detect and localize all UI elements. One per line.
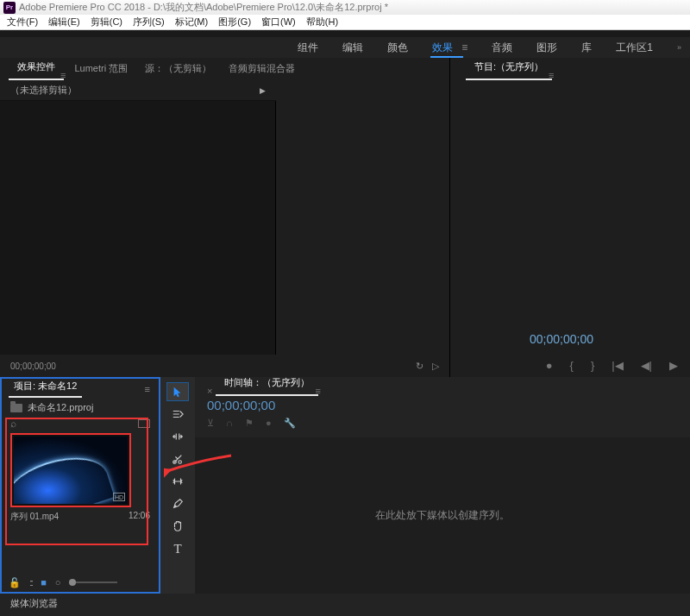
- menu-graphics[interactable]: 图形(G): [213, 16, 256, 28]
- timeline-timecode[interactable]: 00;00;00;00: [195, 396, 690, 414]
- no-clip-label: （未选择剪辑）: [10, 84, 77, 97]
- timeline-empty-message: 在此处放下媒体以创建序列。: [375, 508, 510, 523]
- workspace-switcher: 组件 编辑 颜色 效果 ≡ 音频 图形 库 工作区1 »: [0, 37, 690, 58]
- effect-controls-header: （未选择剪辑） ▶: [0, 80, 276, 101]
- project-panel: 项目: 未命名12 ≡ 未命名12.prproj ⌕ HD 序列 01.mp4 …: [0, 377, 160, 594]
- tab-lumetri-scopes[interactable]: Lumetri 范围: [66, 59, 136, 80]
- effect-controls-body: [0, 101, 449, 355]
- tools-panel: T: [160, 377, 195, 594]
- menu-window[interactable]: 窗口(W): [256, 16, 301, 28]
- zoom-slider[interactable]: [69, 581, 117, 583]
- project-footer: 🔓 ::: ■ ○: [2, 573, 159, 592]
- freeform-view-icon[interactable]: ○: [55, 577, 61, 588]
- svg-point-1: [179, 461, 182, 464]
- effect-timeline-column: [276, 101, 449, 355]
- project-file-row: 未命名12.prproj: [2, 398, 159, 418]
- app-menubar: 文件(F) 编辑(E) 剪辑(C) 序列(S) 标记(M) 图形(G) 窗口(W…: [0, 15, 690, 30]
- settings-dot-icon[interactable]: ●: [266, 418, 272, 429]
- workspace-overflow-icon[interactable]: »: [677, 43, 681, 52]
- timeline-drop-area[interactable]: 在此处放下媒体以创建序列。: [195, 437, 690, 594]
- menu-clip[interactable]: 剪辑(C): [85, 16, 128, 28]
- window-title: Adobe Premiere Pro CC 2018 - D:\我的文档\Ado…: [19, 1, 388, 14]
- tool-slip[interactable]: [166, 472, 189, 491]
- workspace-graphics[interactable]: 图形: [536, 41, 557, 55]
- tab-program[interactable]: 节目:（无序列）: [466, 57, 552, 80]
- goto-in-icon[interactable]: |◀: [612, 359, 623, 372]
- tool-ripple-edit[interactable]: [166, 427, 189, 446]
- add-marker-icon[interactable]: ●: [546, 359, 553, 372]
- tab-source-noclip[interactable]: 源：（无剪辑）: [136, 59, 220, 80]
- close-tab-icon[interactable]: ×: [207, 386, 212, 396]
- timeline-toolbar: ⊻ ∩ ⚑ ● 🔧: [195, 414, 690, 432]
- bottom-tab-row: 媒体浏览器: [0, 594, 690, 613]
- menu-marker[interactable]: 标记(M): [170, 16, 214, 28]
- window-titlebar: Pr Adobe Premiere Pro CC 2018 - D:\我的文档\…: [0, 0, 690, 15]
- menu-file[interactable]: 文件(F): [2, 16, 43, 28]
- workspace-audio[interactable]: 音频: [492, 41, 512, 55]
- workspace-custom1[interactable]: 工作区1: [616, 41, 653, 55]
- workspace-editing[interactable]: 编辑: [342, 41, 363, 55]
- menu-sequence[interactable]: 序列(S): [128, 16, 170, 28]
- program-timecode[interactable]: 00;00;00;00: [530, 332, 593, 346]
- workspace-effects[interactable]: 效果: [432, 41, 453, 55]
- icon-view-icon[interactable]: ■: [41, 577, 47, 588]
- tab-audio-clip-mixer[interactable]: 音频剪辑混合器: [220, 59, 304, 80]
- clip-preview-image: HD: [14, 437, 128, 504]
- mark-out-icon[interactable]: }: [591, 359, 594, 372]
- clip-format-badge: HD: [113, 493, 125, 501]
- program-panel: 节目:（无序列） ≡ 00;00;00;00 ● { } |◀ ◀| ▶: [450, 58, 690, 377]
- clip-thumbnail[interactable]: HD: [10, 433, 131, 507]
- project-menu-icon[interactable]: ≡: [145, 384, 150, 394]
- program-transport: ● { } |◀ ◀| ▶: [450, 353, 690, 377]
- loop-icon[interactable]: ↻: [416, 361, 423, 372]
- linked-selection-icon[interactable]: ∩: [226, 418, 233, 429]
- tab-effect-controls[interactable]: 效果控件: [9, 57, 64, 80]
- menu-help[interactable]: 帮助(H): [301, 16, 343, 28]
- tab-project[interactable]: 项目: 未命名12: [9, 377, 82, 398]
- timeline-panel: × 时间轴：（无序列） ≡ 00;00;00;00 ⊻ ∩ ⚑ ● 🔧 在此处放…: [195, 377, 690, 594]
- folder-icon: [10, 404, 22, 412]
- effect-properties-column: [0, 101, 276, 355]
- project-filename: 未命名12.prproj: [28, 401, 93, 414]
- export-frame-icon[interactable]: ▷: [432, 361, 439, 372]
- tool-hand[interactable]: [166, 517, 189, 536]
- program-monitor: 00;00;00;00: [450, 80, 690, 353]
- tab-timeline[interactable]: 时间轴：（无序列）: [216, 373, 318, 396]
- mark-in-icon[interactable]: {: [570, 359, 574, 372]
- workspace-color[interactable]: 颜色: [387, 41, 408, 55]
- marker-icon[interactable]: ⚑: [245, 418, 254, 429]
- tool-selection[interactable]: [166, 382, 189, 401]
- menu-edit[interactable]: 编辑(E): [43, 16, 85, 28]
- source-panel-group: 效果控件 ≡ Lumetri 范围 源：（无剪辑） 音频剪辑混合器 （未选择剪辑…: [0, 58, 450, 377]
- timeline-menu-icon[interactable]: ≡: [315, 386, 320, 396]
- tool-pen[interactable]: [166, 494, 189, 513]
- tool-track-select[interactable]: [166, 405, 189, 424]
- step-back-icon[interactable]: ◀|: [641, 359, 652, 372]
- dark-strip: [0, 30, 690, 37]
- write-lock-icon[interactable]: 🔓: [9, 577, 21, 588]
- program-menu-icon[interactable]: ≡: [549, 70, 554, 80]
- play-icon[interactable]: ▶: [260, 86, 266, 95]
- workspace-menu-icon[interactable]: ≡: [461, 41, 467, 53]
- source-timecode[interactable]: 00;00;00;00: [10, 361, 56, 371]
- play-button[interactable]: ▶: [669, 359, 678, 372]
- tool-type[interactable]: T: [166, 539, 189, 558]
- tool-razor[interactable]: [166, 449, 189, 468]
- wrench-icon[interactable]: 🔧: [284, 418, 296, 429]
- app-icon: Pr: [3, 2, 16, 14]
- list-view-icon[interactable]: :::: [29, 577, 32, 588]
- workspace-assembly[interactable]: 组件: [298, 41, 318, 55]
- snap-icon[interactable]: ⊻: [207, 418, 214, 429]
- tab-media-browser[interactable]: 媒体浏览器: [10, 597, 58, 610]
- workspace-libraries[interactable]: 库: [581, 41, 592, 55]
- source-tabs: 效果控件 ≡ Lumetri 范围 源：（无剪辑） 音频剪辑混合器: [0, 58, 449, 80]
